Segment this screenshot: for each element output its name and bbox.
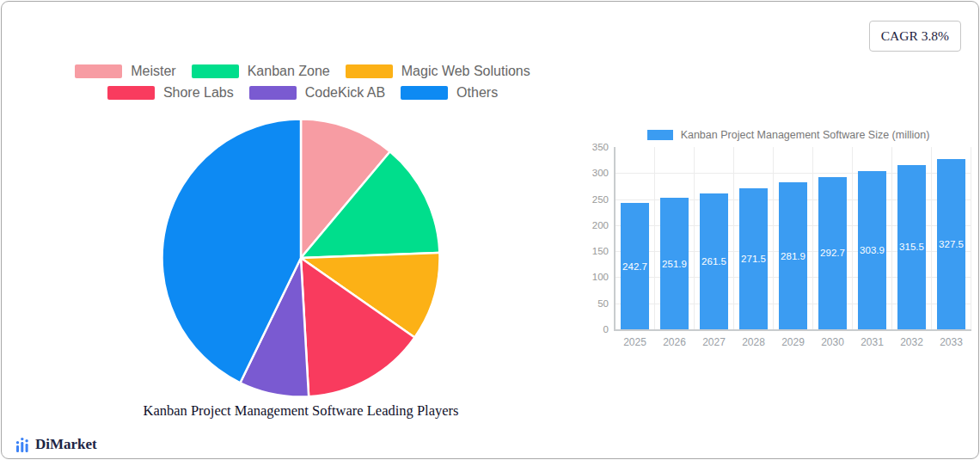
bar-slot-2025: 242.72025 xyxy=(616,147,655,329)
legend-item-magic-web-solutions[interactable]: Magic Web Solutions xyxy=(346,64,530,79)
cagr-badge: CAGR 3.8% xyxy=(869,21,961,52)
x-axis-tick-label: 2027 xyxy=(695,336,733,348)
brand-logo-text: DiMarket xyxy=(35,436,97,453)
bar-chart-legend[interactable]: Kanban Project Management Software Size … xyxy=(595,129,980,141)
legend-item-codekick-ab[interactable]: CodeKick AB xyxy=(249,85,385,101)
bar-slot-2026: 251.92026 xyxy=(655,147,695,329)
legend-swatch xyxy=(249,86,297,100)
y-axis-tick-label: 150 xyxy=(579,246,609,256)
legend-item-kanban-zone[interactable]: Kanban Zone xyxy=(192,64,330,79)
bar-legend-swatch xyxy=(647,130,673,140)
bar-value-label: 315.5 xyxy=(899,242,924,252)
legend-item-meister[interactable]: Meister xyxy=(75,64,175,79)
bar-value-label: 292.7 xyxy=(820,248,845,258)
legend-row: Shore LabsCodeKick ABOthers xyxy=(36,85,569,101)
screenshot-frame: CAGR 3.8% MeisterKanban ZoneMagic Web So… xyxy=(0,0,980,460)
bar-value-label: 271.5 xyxy=(741,254,766,264)
pie-chart[interactable] xyxy=(161,118,441,398)
bar-slot-2028: 271.52028 xyxy=(734,147,774,329)
legend-label: Meister xyxy=(131,64,175,79)
bar-2027[interactable]: 261.5 xyxy=(700,193,728,329)
x-axis-tick-label: 2033 xyxy=(932,336,971,348)
x-axis-tick-label: 2025 xyxy=(616,336,654,348)
x-axis-tick-label: 2029 xyxy=(774,336,812,348)
legend-row: MeisterKanban ZoneMagic Web Solutions xyxy=(36,64,569,79)
bar-value-label: 261.5 xyxy=(701,256,726,267)
y-axis-tick-label: 50 xyxy=(579,298,609,309)
legend-swatch xyxy=(192,64,239,78)
y-axis-tick-label: 300 xyxy=(579,168,609,178)
legend-label: Kanban Zone xyxy=(248,64,330,79)
legend-swatch xyxy=(401,86,448,100)
x-axis-tick-label: 2026 xyxy=(655,336,694,348)
x-axis-tick-label: 2030 xyxy=(813,336,852,348)
bar-legend-label: Kanban Project Management Software Size … xyxy=(681,129,930,141)
pie-chart-svg[interactable] xyxy=(161,118,441,398)
report-card: CAGR 3.8% MeisterKanban ZoneMagic Web So… xyxy=(1,1,979,459)
bar-value-label: 251.9 xyxy=(662,259,687,269)
legend-label: Others xyxy=(456,85,498,101)
x-axis-tick-label: 2028 xyxy=(734,336,773,348)
bar-value-label: 327.5 xyxy=(939,239,964,249)
bar-2028[interactable]: 271.5 xyxy=(739,188,768,330)
bar-slot-2031: 303.92031 xyxy=(853,147,892,329)
bar-slot-2029: 281.92029 xyxy=(774,147,813,329)
y-axis-tick-label: 250 xyxy=(579,194,609,205)
legend-swatch xyxy=(107,86,155,100)
bar-chart-logo-icon xyxy=(14,436,31,453)
bar-slot-2033: 327.52033 xyxy=(932,147,971,329)
bar-chart-plot: 050100150200250300350242.72025251.920262… xyxy=(614,147,971,331)
bar-2032[interactable]: 315.5 xyxy=(897,165,926,329)
bar-2033[interactable]: 327.5 xyxy=(937,159,965,329)
bar-value-label: 303.9 xyxy=(860,245,885,255)
legend-item-others[interactable]: Others xyxy=(401,85,498,101)
y-axis-tick-label: 200 xyxy=(579,220,609,230)
legend-label: Shore Labs xyxy=(163,85,234,101)
legend-item-shore-labs[interactable]: Shore Labs xyxy=(107,85,234,101)
y-axis-tick-label: 350 xyxy=(579,142,609,152)
bar-slot-2032: 315.52032 xyxy=(892,147,932,329)
bar-2030[interactable]: 292.7 xyxy=(818,177,847,329)
y-axis-tick-label: 100 xyxy=(579,272,609,282)
pie-legend: MeisterKanban ZoneMagic Web SolutionsSho… xyxy=(36,64,569,101)
bar-value-label: 281.9 xyxy=(781,251,805,261)
bar-slot-2030: 292.72030 xyxy=(813,147,853,329)
bar-value-label: 242.7 xyxy=(622,261,647,272)
legend-swatch xyxy=(75,64,122,78)
pie-chart-title: Kanban Project Management Software Leadi… xyxy=(34,402,567,420)
y-axis-tick-label: 0 xyxy=(579,324,609,334)
brand-logo: DiMarket xyxy=(14,436,97,453)
bar-slot-2027: 261.52027 xyxy=(695,147,734,329)
x-axis-tick-label: 2032 xyxy=(892,336,931,348)
bar-2031[interactable]: 303.9 xyxy=(858,171,886,329)
bar-2025[interactable]: 242.7 xyxy=(621,203,649,329)
bar-2026[interactable]: 251.9 xyxy=(660,198,689,329)
legend-label: Magic Web Solutions xyxy=(401,64,530,79)
legend-label: CodeKick AB xyxy=(305,85,385,101)
legend-swatch xyxy=(346,64,393,78)
bar-2029[interactable]: 281.9 xyxy=(779,182,807,329)
x-axis-tick-label: 2031 xyxy=(853,336,891,348)
